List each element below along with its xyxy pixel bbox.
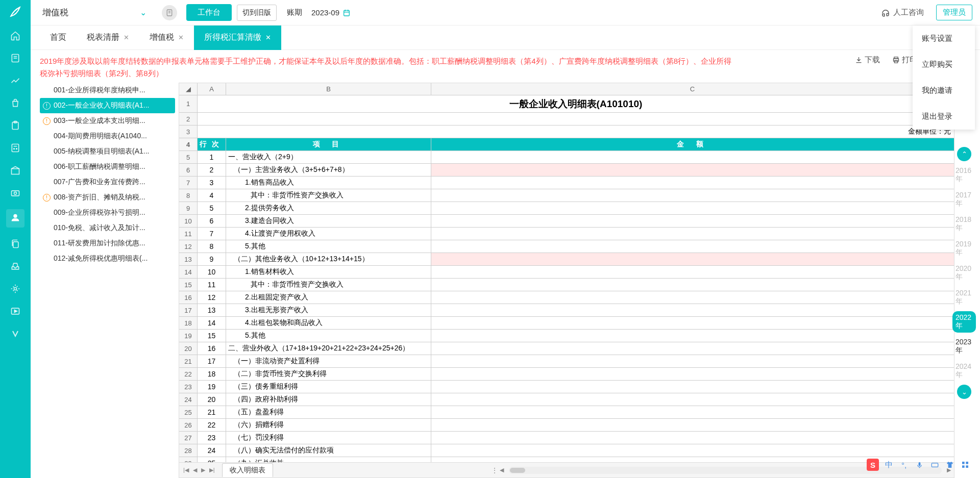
nav-doc-icon[interactable] bbox=[9, 52, 21, 64]
cell-item[interactable]: （一）主营业务收入（3+5+6+7+8） bbox=[226, 164, 431, 176]
row-header[interactable]: 3 bbox=[179, 125, 198, 138]
cell-lineno[interactable]: 2 bbox=[198, 164, 226, 176]
cell-item[interactable]: 3.建造合同收入 bbox=[226, 215, 431, 227]
ime-lang[interactable]: 中 bbox=[883, 459, 894, 470]
cell-item[interactable]: （二）非货币性资产交换利得 bbox=[226, 368, 431, 380]
row-header[interactable]: 2 bbox=[179, 113, 198, 125]
row-header[interactable]: 26 bbox=[179, 419, 198, 431]
tab-close-icon[interactable]: ✕ bbox=[178, 34, 184, 41]
row-header[interactable]: 8 bbox=[179, 189, 198, 202]
row-header[interactable]: 23 bbox=[179, 381, 198, 393]
row-header[interactable]: 21 bbox=[179, 355, 198, 367]
nav-inbox-icon[interactable] bbox=[9, 260, 21, 272]
form-item-002[interactable]: !002-一般企业收入明细表(A1... bbox=[40, 98, 175, 113]
cell-lineno[interactable]: 17 bbox=[198, 355, 226, 367]
row-header[interactable]: 24 bbox=[179, 393, 198, 406]
cell-amount[interactable] bbox=[431, 240, 954, 253]
year-2022年[interactable]: 2022年 bbox=[952, 311, 976, 333]
note-icon[interactable] bbox=[162, 5, 177, 20]
cell-lineno[interactable]: 15 bbox=[198, 330, 226, 342]
cell-amount[interactable] bbox=[431, 342, 954, 355]
cell-item[interactable]: （四）政府补助利得 bbox=[226, 393, 431, 406]
row-header[interactable]: 27 bbox=[179, 432, 198, 444]
year-down-icon[interactable]: ⌄ bbox=[957, 385, 971, 399]
cell-lineno[interactable]: 13 bbox=[198, 304, 226, 316]
cell-item[interactable]: 其中：非货币性资产交换收入 bbox=[226, 279, 431, 291]
nav-bag-icon[interactable] bbox=[9, 97, 21, 109]
year-up-icon[interactable]: ⌄ bbox=[957, 147, 971, 161]
ime-shirt-icon[interactable] bbox=[944, 459, 955, 470]
cell-lineno[interactable]: 14 bbox=[198, 317, 226, 329]
form-item-011[interactable]: 011-研发费用加计扣除优惠... bbox=[40, 236, 175, 251]
row-header[interactable]: 17 bbox=[179, 304, 198, 316]
nav-building-icon[interactable] bbox=[9, 164, 21, 177]
nav-home-icon[interactable] bbox=[9, 30, 21, 42]
row-header[interactable]: 1 bbox=[179, 95, 198, 112]
cell-item[interactable]: 2.提供劳务收入 bbox=[226, 202, 431, 214]
user-menu-item-0[interactable]: 账号设置 bbox=[913, 26, 975, 52]
cell-amount[interactable] bbox=[431, 202, 954, 214]
cell-amount[interactable] bbox=[431, 406, 954, 418]
nav-tax-icon[interactable] bbox=[6, 209, 24, 228]
nav-money-icon[interactable] bbox=[9, 187, 21, 199]
cell-amount[interactable] bbox=[431, 317, 954, 329]
admin-button[interactable]: 管理员 bbox=[936, 5, 972, 20]
nav-clipboard-icon[interactable] bbox=[9, 119, 21, 132]
row-header[interactable]: 19 bbox=[179, 330, 198, 342]
cell-lineno[interactable]: 19 bbox=[198, 381, 226, 393]
nav-gear-icon[interactable] bbox=[9, 283, 21, 295]
tax-type-select[interactable]: 增值税 ⌄ bbox=[38, 7, 146, 18]
year-2017年[interactable]: 2017年 bbox=[952, 189, 976, 210]
cell-lineno[interactable]: 11 bbox=[198, 279, 226, 291]
cell-lineno[interactable]: 23 bbox=[198, 432, 226, 444]
cell-item[interactable]: 4.让渡资产使用权收入 bbox=[226, 228, 431, 240]
cell-item[interactable]: 3.出租无形资产收入 bbox=[226, 304, 431, 316]
row-header[interactable]: 28 bbox=[179, 444, 198, 457]
cell-item[interactable]: 5.其他 bbox=[226, 330, 431, 342]
sheet-last-icon[interactable]: ▶| bbox=[208, 466, 216, 474]
cell-item[interactable]: （八）确实无法偿付的应付款项 bbox=[226, 444, 431, 457]
cell-item[interactable]: 二、营业外收入（17+18+19+20+21+22+23+24+25+26） bbox=[226, 342, 431, 355]
cell-item[interactable]: 1.销售商品收入 bbox=[226, 177, 431, 189]
col-header-a[interactable]: A bbox=[198, 83, 226, 95]
cell-lineno[interactable]: 22 bbox=[198, 419, 226, 431]
ime-punct-icon[interactable]: °, bbox=[898, 459, 910, 470]
split-handle[interactable]: ⋮ bbox=[489, 467, 500, 474]
form-item-001[interactable]: 001-企业所得税年度纳税申... bbox=[40, 83, 175, 98]
cell-amount[interactable] bbox=[431, 253, 954, 265]
cell-amount[interactable] bbox=[431, 215, 954, 227]
cell-item[interactable]: （七）罚没利得 bbox=[226, 432, 431, 444]
form-item-006[interactable]: 006-职工薪酬纳税调整明细... bbox=[40, 159, 175, 174]
cell-amount[interactable] bbox=[431, 151, 954, 163]
form-item-012[interactable]: 012-减免所得税优惠明细表(... bbox=[40, 251, 175, 266]
cell-lineno[interactable]: 25 bbox=[198, 457, 226, 462]
cell-amount[interactable] bbox=[431, 368, 954, 380]
row-header[interactable]: 6 bbox=[179, 164, 198, 176]
ime-keyboard-icon[interactable] bbox=[929, 459, 940, 470]
user-menu-item-3[interactable]: 退出登录 bbox=[913, 104, 975, 130]
year-2019年[interactable]: 2019年 bbox=[952, 238, 976, 259]
row-header[interactable]: 13 bbox=[179, 253, 198, 265]
tab-close-icon[interactable]: ✕ bbox=[124, 34, 129, 41]
ime-mic-icon[interactable] bbox=[914, 459, 925, 470]
row-header[interactable]: 15 bbox=[179, 279, 198, 291]
year-2018年[interactable]: 2018年 bbox=[952, 213, 976, 235]
col-header-c[interactable]: C bbox=[431, 83, 954, 95]
row-header[interactable]: 18 bbox=[179, 317, 198, 329]
cell-lineno[interactable]: 21 bbox=[198, 406, 226, 418]
cell-lineno[interactable]: 7 bbox=[198, 228, 226, 240]
row-header[interactable]: 20 bbox=[179, 342, 198, 355]
row-header[interactable]: 22 bbox=[179, 368, 198, 380]
cell-amount[interactable] bbox=[431, 266, 954, 278]
cell-lineno[interactable]: 16 bbox=[198, 342, 226, 355]
download-button[interactable]: 下载 bbox=[855, 55, 880, 65]
cell-item[interactable]: 1.销售材料收入 bbox=[226, 266, 431, 278]
cell-item[interactable]: （一）非流动资产处置利得 bbox=[226, 355, 431, 367]
cell-item[interactable]: （三）债务重组利得 bbox=[226, 381, 431, 393]
cell-amount[interactable] bbox=[431, 381, 954, 393]
cell-lineno[interactable]: 3 bbox=[198, 177, 226, 189]
form-item-003[interactable]: !003-一般企业成本支出明细... bbox=[40, 113, 175, 129]
cell-lineno[interactable]: 20 bbox=[198, 393, 226, 406]
cell-lineno[interactable]: 4 bbox=[198, 189, 226, 202]
cell-lineno[interactable]: 18 bbox=[198, 368, 226, 380]
